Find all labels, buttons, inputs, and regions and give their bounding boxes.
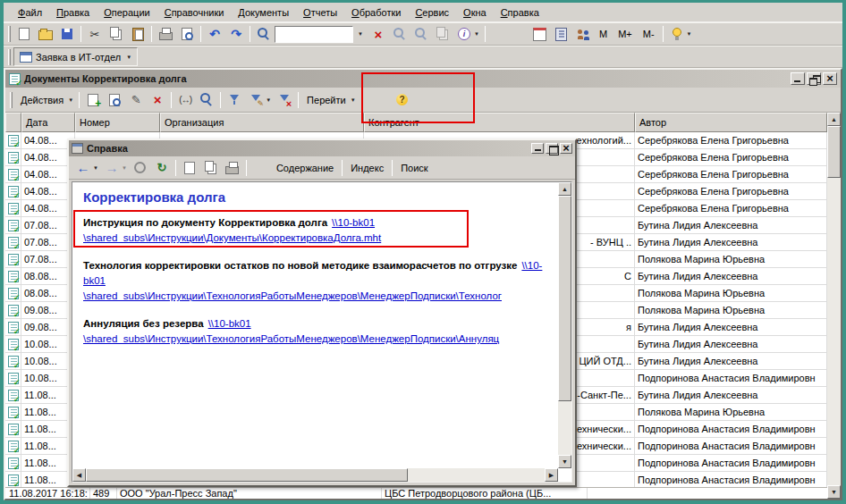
column-header-author[interactable]: Автор bbox=[635, 113, 827, 132]
memory-button[interactable]: М bbox=[594, 24, 613, 44]
filter-off-button[interactable] bbox=[274, 90, 295, 110]
service-button[interactable] bbox=[666, 24, 695, 44]
column-header-org[interactable]: Организация bbox=[160, 113, 364, 132]
filter-edit-button[interactable] bbox=[245, 90, 274, 110]
scroll-up-button[interactable] bbox=[558, 182, 571, 196]
tab-zayavka-it-otdel[interactable]: Заявка в ИТ-отдел bbox=[13, 47, 138, 66]
goto-label: Перейти bbox=[304, 95, 349, 105]
search-label: Поиск bbox=[398, 163, 430, 173]
filter-button[interactable] bbox=[224, 90, 245, 110]
maximize-button[interactable] bbox=[546, 143, 558, 154]
memory-minus-button[interactable]: М- bbox=[638, 24, 660, 44]
dropdown-small-button[interactable] bbox=[353, 24, 368, 44]
toolbar-grip[interactable] bbox=[8, 49, 11, 65]
goto-button[interactable]: Перейти bbox=[301, 90, 359, 110]
clear-search-button[interactable] bbox=[368, 24, 389, 44]
minimize-button[interactable] bbox=[531, 143, 544, 154]
entry-link-host[interactable]: \\10-bk01 bbox=[208, 318, 251, 329]
menu-item-processing[interactable]: Обработки bbox=[344, 4, 408, 21]
calendar-button[interactable] bbox=[529, 24, 551, 44]
minimize-button[interactable] bbox=[791, 72, 805, 85]
menu-item-operations[interactable]: Операции bbox=[97, 4, 157, 21]
copy-button[interactable] bbox=[106, 24, 127, 44]
print-button[interactable] bbox=[222, 158, 243, 178]
partial-table-row[interactable]: 11.08.2017 16:18: 489 ООО "Урал-Пресс За… bbox=[5, 487, 827, 499]
stop-button[interactable] bbox=[130, 158, 151, 178]
find-icon bbox=[199, 92, 215, 108]
open-folder-button[interactable] bbox=[35, 24, 56, 44]
page-button[interactable] bbox=[179, 158, 200, 178]
open-folder-icon bbox=[38, 26, 54, 42]
find-button[interactable] bbox=[196, 90, 217, 110]
menu-item-file[interactable]: Файл bbox=[11, 4, 49, 21]
restore-button[interactable] bbox=[807, 72, 821, 85]
add-record-button[interactable] bbox=[82, 90, 104, 110]
doc-status-cell bbox=[5, 302, 21, 318]
doc-status-cell bbox=[5, 217, 21, 233]
find-button[interactable] bbox=[253, 24, 275, 44]
info-button[interactable] bbox=[453, 24, 482, 44]
help-window-titlebar[interactable]: Справка bbox=[69, 140, 575, 156]
edit-record-button[interactable] bbox=[125, 90, 147, 110]
redo-button[interactable] bbox=[225, 24, 247, 44]
open-record-button[interactable] bbox=[104, 90, 125, 110]
column-header-contragent[interactable]: Контрагент bbox=[364, 113, 635, 132]
close-button[interactable] bbox=[823, 72, 837, 85]
help-horizontal-scrollbar bbox=[72, 468, 558, 482]
chevron-down-icon bbox=[472, 31, 479, 37]
scrollbar-thumb[interactable] bbox=[827, 126, 841, 178]
document-posted-icon bbox=[8, 424, 19, 435]
doc-window-titlebar[interactable]: Документы Корректировка долга bbox=[5, 70, 841, 88]
cut-button[interactable] bbox=[84, 24, 106, 44]
column-header-number[interactable]: Номер bbox=[75, 113, 160, 132]
menu-item-windows[interactable]: Окна bbox=[456, 4, 494, 21]
document-posted-icon bbox=[8, 220, 19, 231]
scroll-left-button[interactable] bbox=[72, 468, 86, 482]
memory-plus-button[interactable]: М+ bbox=[613, 24, 638, 44]
contents-button[interactable]: Содержание bbox=[271, 158, 339, 178]
print-button[interactable] bbox=[155, 24, 176, 44]
actions-button[interactable]: Действия bbox=[15, 90, 76, 110]
scrollbar-thumb[interactable] bbox=[86, 468, 408, 482]
column-header-icon[interactable] bbox=[5, 113, 21, 132]
scroll-down-button[interactable] bbox=[558, 455, 571, 468]
calculator-button[interactable] bbox=[551, 24, 572, 44]
toolbar-grip[interactable] bbox=[8, 26, 11, 42]
delete-mark-button[interactable] bbox=[147, 90, 168, 110]
print-preview-button[interactable] bbox=[176, 24, 198, 44]
scroll-down-button[interactable] bbox=[827, 485, 841, 499]
users-button[interactable] bbox=[572, 24, 594, 44]
menu-item-catalogs[interactable]: Справочники bbox=[157, 4, 232, 21]
undo-button[interactable] bbox=[204, 24, 225, 44]
entry-link-path[interactable]: \shared_subs\Инструкции\ТехнологияРаботы… bbox=[83, 333, 499, 344]
doc-status-cell bbox=[5, 370, 21, 386]
back-button[interactable] bbox=[72, 158, 101, 178]
entry-link-path[interactable]: \shared_subs\Инструкции\Документы\Коррек… bbox=[83, 232, 381, 243]
menu-item-edit[interactable]: Правка bbox=[49, 4, 97, 21]
save-button[interactable] bbox=[56, 24, 78, 44]
scroll-up-button[interactable] bbox=[827, 113, 841, 126]
menu-item-reports[interactable]: Отчеты bbox=[296, 4, 344, 21]
entry-link-path[interactable]: \shared_subs\Инструкции\ТехнологияРаботы… bbox=[83, 290, 502, 301]
refresh-button[interactable] bbox=[151, 158, 173, 178]
entry-link-host[interactable]: \\10-bk01 bbox=[332, 217, 375, 228]
index-button[interactable]: Индекс bbox=[345, 158, 389, 178]
scrollbar-thumb[interactable] bbox=[558, 196, 571, 401]
window-tab-bar: Заявка в ИТ-отдел bbox=[4, 46, 842, 68]
toolbar-grip[interactable] bbox=[10, 92, 13, 108]
column-header-date[interactable]: Дата bbox=[21, 113, 75, 132]
search-button[interactable]: Поиск bbox=[395, 158, 433, 178]
clear-search-icon bbox=[370, 26, 386, 42]
copy-result-button[interactable] bbox=[200, 158, 222, 178]
search-input[interactable] bbox=[275, 26, 353, 43]
menu-item-documents[interactable]: Документы bbox=[231, 4, 296, 21]
date-interval-button[interactable] bbox=[174, 90, 196, 110]
new-document-button[interactable] bbox=[13, 24, 35, 44]
help-button[interactable] bbox=[392, 90, 413, 110]
stop-icon bbox=[132, 160, 148, 176]
paste-button[interactable] bbox=[127, 24, 148, 44]
menu-item-service[interactable]: Сервис bbox=[408, 4, 456, 21]
menu-item-help[interactable]: Справка bbox=[494, 4, 546, 21]
scroll-right-button[interactable] bbox=[545, 468, 558, 482]
close-button[interactable] bbox=[560, 143, 572, 154]
